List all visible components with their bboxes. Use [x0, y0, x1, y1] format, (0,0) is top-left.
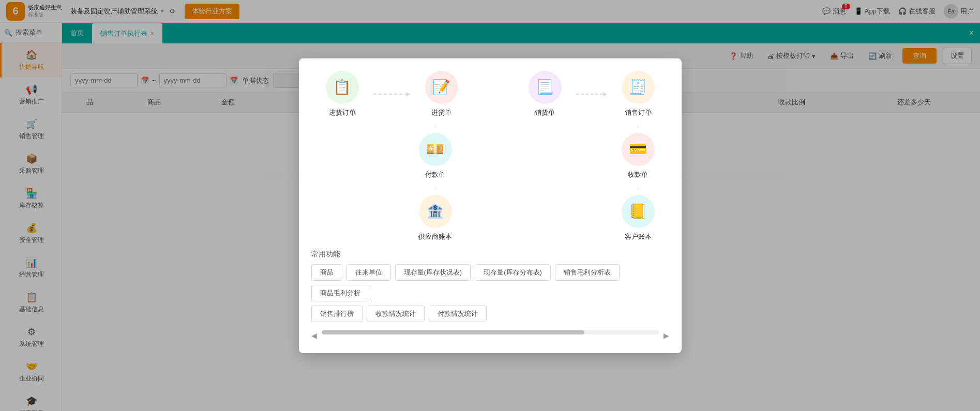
func-btn-receipt-stat[interactable]: 收款情况统计: [367, 306, 425, 322]
flow-modal: 📋 进货订单 📝 进货单 📃 销货单 ◀ 🧾 销售订单: [299, 58, 682, 353]
sales-order-icon: 🧾: [622, 71, 655, 104]
func-btn-stock-dist[interactable]: 现存量(库存分布表): [475, 264, 551, 281]
payment-icon: 💴: [419, 133, 452, 166]
node-payment[interactable]: 💴 付款单: [404, 133, 466, 179]
scroll-right-icon[interactable]: ▶: [664, 331, 669, 340]
down-arrow-sales: ↓: [607, 123, 669, 130]
arrow-purchase-order-to-bill: [373, 91, 411, 97]
down-arrow-receipt: ↓: [607, 185, 669, 192]
func-btn-sales-gross[interactable]: 销售毛利分析表: [555, 264, 620, 281]
flow-row-3: 🏦 供应商账本 📒 客户账本: [311, 195, 669, 241]
flow-row-2: 💴 付款单 💳 收款单: [311, 133, 669, 179]
modal-scrollbar-area: ◀ ▶: [311, 330, 669, 341]
scrollbar-thumb: [322, 330, 585, 334]
sales-bill-icon: 📃: [529, 71, 562, 104]
func-btn-counterparty[interactable]: 往来单位: [346, 264, 391, 281]
node-customer-ledger[interactable]: 📒 客户账本: [607, 195, 669, 241]
flow-down-arrows-row: ↓ ↓: [311, 121, 669, 131]
customer-ledger-icon: 📒: [622, 195, 655, 228]
down-arrow-purchase: ↓: [404, 123, 466, 130]
node-purchase-bill[interactable]: 📝 进货单: [411, 71, 473, 117]
receipt-icon: 💳: [622, 133, 655, 166]
func-btn-payment-stat[interactable]: 付款情况统计: [429, 306, 487, 322]
node-purchase-order[interactable]: 📋 进货订单: [311, 71, 373, 117]
modal-overlay[interactable]: 📋 进货订单 📝 进货单 📃 销货单 ◀ 🧾 销售订单: [0, 0, 980, 411]
common-functions-title: 常用功能: [311, 250, 669, 259]
func-btn-sales-rank[interactable]: 销售排行榜: [311, 306, 363, 322]
purchase-bill-icon: 📝: [425, 71, 458, 104]
function-buttons: 商品 往来单位 现存量(库存状况表) 现存量(库存分布表) 销售毛利分析表 商品…: [311, 264, 669, 301]
node-sales-order[interactable]: 🧾 销售订单: [607, 71, 669, 117]
scroll-left-icon[interactable]: ◀: [311, 331, 317, 340]
function-buttons-row2: 销售排行榜 收款情况统计 付款情况统计: [311, 306, 669, 322]
flow-row-1: 📋 进货订单 📝 进货单 📃 销货单 ◀ 🧾 销售订单: [311, 71, 669, 117]
node-supplier-ledger[interactable]: 🏦 供应商账本: [404, 195, 466, 241]
node-receipt[interactable]: 💳 收款单: [607, 133, 669, 179]
common-functions-section: 常用功能 商品 往来单位 现存量(库存状况表) 现存量(库存分布表) 销售毛利分…: [311, 250, 669, 322]
purchase-order-icon: 📋: [326, 71, 359, 104]
func-btn-product-gross[interactable]: 商品毛利分析: [311, 285, 369, 301]
scrollbar-track[interactable]: [322, 330, 659, 334]
supplier-ledger-icon: 🏦: [419, 195, 452, 228]
down-arrow-payment: ↓: [404, 185, 466, 192]
flow-down-arrows-row-2: ↓ ↓: [311, 184, 669, 193]
node-sales-bill[interactable]: 📃 销货单: [514, 71, 576, 117]
func-btn-stock-status[interactable]: 现存量(库存状况表): [395, 264, 471, 281]
func-btn-product[interactable]: 商品: [311, 264, 342, 281]
